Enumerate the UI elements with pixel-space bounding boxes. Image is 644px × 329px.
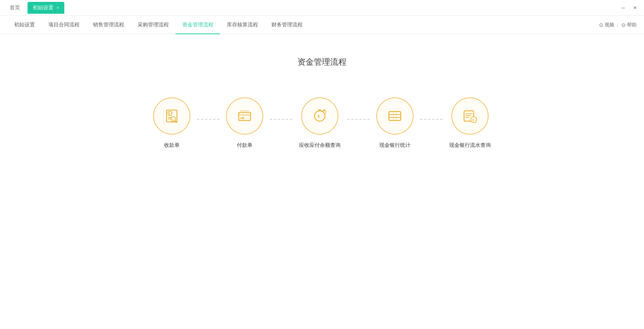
nav-item-capital[interactable]: 资金管理流程 [176, 16, 220, 34]
active-tab-label: 初始设置 [33, 4, 54, 11]
flow-item-cashflow[interactable]: ¥ 现金银行流水查询 [449, 97, 491, 149]
main-content: 资金管理流程 ¥ ¥ 收款单 [0, 34, 644, 149]
play-icon: ⊙ [599, 22, 603, 28]
window-controls: – × [618, 3, 640, 13]
connector-1 [190, 119, 226, 120]
nav-bar: 初始设置 项目合同流程 销售管理流程 采购管理流程 资金管理流程 库存核算流程 … [0, 16, 644, 34]
cashflow-label: 现金银行流水查询 [449, 142, 491, 149]
svg-rect-7 [239, 112, 251, 120]
payment-label: 付款单 [237, 142, 252, 149]
receipt-label: 收款单 [164, 142, 180, 149]
connector-4 [413, 119, 449, 120]
close-tab-icon[interactable]: × [57, 5, 59, 10]
page-title: 资金管理流程 [297, 57, 347, 68]
nav-item-inventory[interactable]: 库存核算流程 [220, 16, 265, 34]
flow-item-cashbank[interactable]: 现金银行统计 [376, 97, 413, 149]
balance-icon-circle[interactable]: ¥ [301, 97, 338, 135]
balance-svg: ¥ [312, 108, 328, 124]
svg-text:¥: ¥ [473, 118, 474, 122]
svg-text:¥: ¥ [318, 113, 320, 119]
flow-container: ¥ ¥ 收款单 ¥ [153, 97, 491, 149]
video-label: 视频 [605, 22, 614, 28]
nav-right: ⊙ 视频 | ⊙ 帮助 [599, 22, 637, 28]
dot-line-2 [270, 119, 292, 120]
svg-rect-13 [389, 112, 401, 120]
receipt-svg: ¥ ¥ [164, 108, 180, 124]
svg-text:¥: ¥ [172, 118, 174, 121]
payment-svg: ¥ [236, 108, 253, 124]
cashflow-svg: ¥ [462, 108, 478, 124]
nav-item-purchase[interactable]: 采购管理流程 [131, 16, 176, 34]
cashbank-svg [387, 108, 403, 124]
flow-item-balance[interactable]: ¥ 应收应付余额查询 [299, 97, 341, 149]
connector-2 [263, 119, 299, 120]
balance-label: 应收应付余额查询 [299, 142, 341, 149]
home-tab[interactable]: 首页 [4, 0, 26, 16]
nav-item-finance[interactable]: 财务管理流程 [265, 16, 309, 34]
nav-item-sales[interactable]: 销售管理流程 [86, 16, 131, 34]
svg-rect-8 [239, 114, 251, 116]
connector-3 [341, 119, 376, 120]
nav-divider: | [616, 22, 620, 28]
svg-text:¥: ¥ [169, 112, 170, 116]
cashbank-label: 现金银行统计 [379, 142, 410, 149]
cashbank-icon-circle[interactable] [376, 97, 413, 135]
dot-line-3 [347, 119, 370, 120]
top-bar: 首页 初始设置 × – × [0, 0, 644, 16]
dot-line [197, 119, 219, 120]
dot-line-4 [420, 119, 442, 120]
flow-item-payment[interactable]: ¥ 付款单 [226, 97, 263, 149]
video-link[interactable]: ⊙ 视频 [599, 22, 614, 28]
svg-rect-10 [240, 117, 243, 119]
nav-item-project[interactable]: 项目合同流程 [42, 16, 86, 34]
help-label: 帮助 [627, 22, 637, 28]
cashflow-icon-circle[interactable]: ¥ [451, 97, 489, 135]
receipt-icon-circle[interactable]: ¥ ¥ [153, 97, 190, 135]
flow-item-receipt[interactable]: ¥ ¥ 收款单 [153, 97, 190, 149]
help-icon: ⊙ [621, 22, 626, 28]
payment-icon-circle[interactable]: ¥ [226, 97, 263, 135]
close-window-button[interactable]: × [630, 3, 640, 13]
minimize-button[interactable]: – [618, 3, 628, 13]
help-link[interactable]: ⊙ 帮助 [621, 22, 637, 28]
active-tab[interactable]: 初始设置 × [28, 2, 64, 14]
nav-item-init[interactable]: 初始设置 [7, 16, 42, 34]
